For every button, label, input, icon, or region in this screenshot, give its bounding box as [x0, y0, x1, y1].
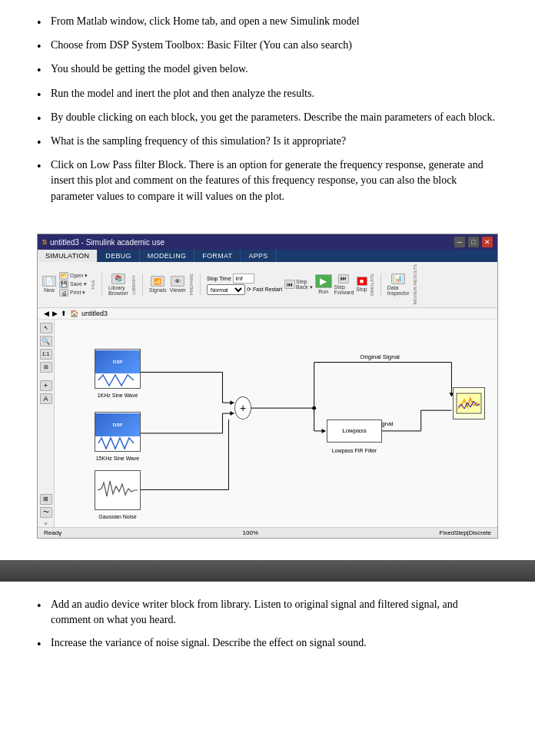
step-forward-label: StepForward [334, 284, 354, 295]
signals-label: Signals [149, 287, 167, 293]
signal-tool[interactable]: 〜 [40, 507, 52, 518]
library-label: LibraryBrowser [108, 285, 128, 296]
list-item: • Choose from DSP System Toolbox: Basic … [37, 38, 498, 54]
lowpass-block[interactable]: LowpassLowpass FIR Filter [327, 419, 382, 443]
print-button[interactable]: 🖨 Print ▾ [59, 289, 88, 297]
adder-block[interactable]: + [234, 396, 251, 419]
viewer-label: Viewer [170, 287, 186, 293]
nav-up-icon[interactable]: ⬆ [61, 310, 67, 317]
run-button[interactable]: ▶ Run [315, 274, 332, 294]
step-signals-button[interactable]: 📶 Signals [149, 276, 167, 293]
new-icon: 📄 [42, 276, 56, 287]
open-label: Open ▾ [70, 273, 88, 279]
simulink-breadcrumb: ◀ ▶ ⬆ 🏠 untitled3 [38, 308, 497, 320]
sine1-block[interactable]: DSP 1KHz Sine Wave [95, 349, 141, 389]
select-tool[interactable]: ↖ [40, 323, 52, 333]
tab-debug[interactable]: DEBUG [98, 250, 140, 262]
signals-icon: 📶 [151, 276, 164, 287]
tab-modeling[interactable]: MODELING [140, 250, 194, 262]
fast-restart-label: ⟳ Fast Restart [247, 287, 282, 293]
step-back-button[interactable]: ⏮ StepBack ▾ [284, 279, 313, 290]
sine1-label: 1KHz Sine Wave [87, 393, 148, 398]
svg-marker-19 [322, 429, 326, 433]
add-viewer-button[interactable]: 👁 Viewer [170, 276, 186, 293]
data-inspector-label: DataInspector [387, 285, 410, 296]
simulate-group: Stop Time Normal ⟳ Fast Restart ⏮ StepBa… [207, 274, 381, 297]
maximize-button[interactable]: □ [468, 237, 479, 247]
run-icon: ▶ [315, 274, 332, 288]
simulink-diagram: Original Signal filtered Signal DSP 1KHz… [55, 320, 497, 527]
bullet-dot: • [37, 88, 51, 102]
new-button[interactable]: 📄 New [42, 276, 56, 293]
nav-forward-icon[interactable]: ▶ [52, 310, 58, 317]
new-label: New [44, 287, 55, 293]
simulink-statusbar: Ready 100% FixedStep|Discrete [38, 527, 497, 538]
bottom-bullet-list: • Add an audio device writer block from … [37, 597, 498, 652]
print-icon: 🖨 [59, 289, 68, 297]
zoom-1-tool[interactable]: 1:1 [40, 349, 52, 360]
data-inspector-button[interactable]: 📊 DataInspector [387, 274, 410, 296]
bullet-text: Choose from DSP System Toolbox: Basic Fi… [51, 38, 498, 53]
bullet-dot: • [37, 637, 51, 652]
stop-button[interactable]: ■ Stop [356, 277, 367, 292]
run-label: Run [318, 289, 328, 294]
bullet-text: From Matlab window, click Home tab, and … [51, 14, 498, 29]
zoom-fit-tool[interactable]: ⊞ [40, 362, 52, 373]
svg-point-23 [312, 406, 316, 410]
save-button[interactable]: 💾 Save ▾ [59, 280, 88, 288]
file-group: 📄 New 📂 Open ▾ 💾 Save ▾ 🖨 Print ▾ [42, 272, 102, 297]
simulink-toolbar: 📄 New 📂 Open ▾ 💾 Save ▾ 🖨 Print ▾ [38, 262, 497, 308]
open-button[interactable]: 📂 Open ▾ [59, 272, 88, 280]
simulink-icon: S [42, 238, 47, 246]
noise-icon [95, 471, 140, 509]
list-item: • By double clicking on each block, you … [37, 110, 498, 126]
nav-home-icon[interactable]: 🏠 [70, 310, 78, 317]
list-item: • Add an audio device writer block from … [37, 597, 498, 628]
list-item: • Increase the variance of noise signal.… [37, 635, 498, 652]
bullet-text: Increase the variance of noise signal. D… [51, 635, 498, 651]
tab-format[interactable]: FORMAT [194, 250, 241, 262]
lowpass-filter-sublabel: Lowpass FIR Filter [332, 448, 377, 453]
simulink-tabs: SIMULATION DEBUG MODELING FORMAT APPS [38, 250, 497, 262]
list-item: • You should be getting the model given … [37, 61, 498, 78]
lowpass-text: Lowpass [342, 427, 367, 434]
sim-left-toolbar: ↖ 🔍 1:1 ⊞ + A ⊞ 〜 » [38, 320, 55, 527]
status-ready: Ready [44, 529, 61, 536]
separator-bar [0, 560, 535, 582]
bullet-dot: • [37, 39, 51, 54]
bullet-text: Run the model and inert the plot and the… [51, 86, 498, 101]
bullet-dot: • [37, 598, 51, 613]
scope-block[interactable] [453, 387, 485, 419]
solver-select[interactable]: Normal [207, 284, 245, 295]
zoom-in-tool[interactable]: 🔍 [40, 336, 52, 346]
simulink-title: untitled3 - Simulink academic use [50, 238, 164, 247]
noise-block[interactable]: Gaussian Noise [95, 470, 141, 510]
step-forward-icon: ⏭ [338, 274, 349, 284]
list-item: • Click on Low Pass filter Block. There … [37, 158, 498, 204]
grid-tool[interactable]: ⊞ [40, 494, 52, 505]
connect-tool[interactable]: + [40, 380, 52, 391]
annotation-tool[interactable]: A [40, 393, 52, 404]
bottom-section: • Add an audio device writer block from … [0, 582, 535, 674]
more-icon[interactable]: » [44, 520, 47, 527]
close-button[interactable]: ✕ [482, 237, 493, 247]
open-icon: 📂 [59, 272, 68, 280]
sine2-block[interactable]: DSP 15KHz Sine Wave [95, 412, 141, 452]
minimize-button[interactable]: ─ [454, 237, 465, 247]
svg-marker-18 [230, 411, 234, 416]
status-zoom: 100% [243, 529, 258, 536]
stop-time-input[interactable] [233, 274, 254, 284]
library-browser-button[interactable]: 📚 LibraryBrowser [108, 274, 128, 296]
simulink-canvas[interactable]: ↖ 🔍 1:1 ⊞ + A ⊞ 〜 » [38, 320, 497, 527]
step-forward-button[interactable]: ⏭ StepForward [334, 274, 354, 295]
top-bullet-list: • From Matlab window, click Home tab, an… [37, 14, 498, 204]
svg-text:Original Signal: Original Signal [360, 353, 400, 360]
tab-apps[interactable]: APPS [241, 250, 276, 262]
simulink-window[interactable]: S untitled3 - Simulink academic use ─ □ … [37, 234, 498, 539]
nav-back-icon[interactable]: ◀ [44, 310, 49, 317]
step-back-label: StepBack ▾ [296, 279, 313, 290]
scope-svg [455, 392, 483, 415]
bullet-dot: • [37, 135, 51, 150]
tab-simulation[interactable]: SIMULATION [38, 250, 98, 262]
bullet-dot: • [37, 15, 51, 30]
